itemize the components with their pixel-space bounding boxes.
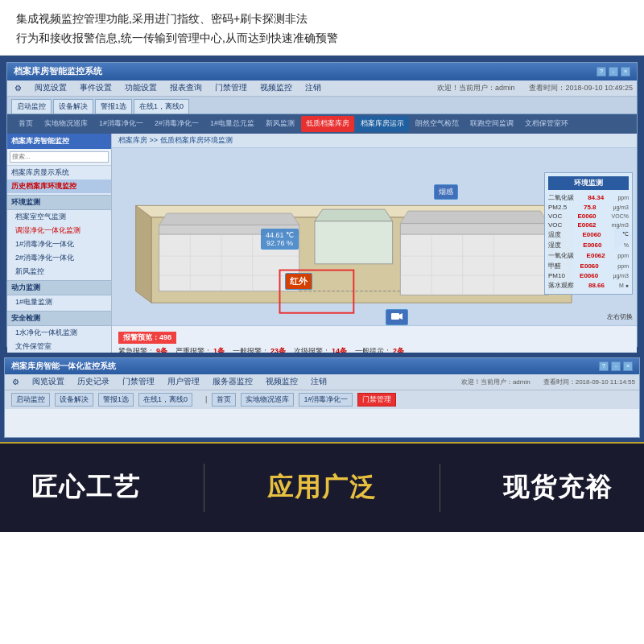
sidebar-item-air[interactable]: 档案室空气监测 [7, 210, 111, 224]
sensor-cam [386, 309, 408, 325]
menu-item-4[interactable]: 报表查询 [167, 82, 205, 93]
tab2-real[interactable]: 实地物况巡库 [241, 393, 294, 407]
top-nav-tabs-1: 首页 实地物况巡库 1#消毒净化一 2#消毒净化一 1#电量总元监 新风监测 低… [7, 114, 637, 134]
env-label-co2: 二氧化碳 [548, 193, 574, 202]
env-row-pm25: PM2.5 75.8 μg/m3 [548, 203, 629, 212]
nav-wind[interactable]: 新风监测 [261, 116, 299, 132]
minimize-btn[interactable]: - [609, 67, 618, 76]
sidebar-item-display[interactable]: 档案库房显示系统 [7, 166, 111, 180]
help-btn-2[interactable]: ? [599, 361, 609, 371]
sidebar-search-area [7, 149, 111, 166]
nav-doc-room[interactable]: 文档保管室环 [520, 116, 573, 132]
tab2-disinfect[interactable]: 1#消毒净化一 [299, 393, 353, 407]
env-label-temp: 温度 [548, 230, 561, 239]
close-btn[interactable]: × [621, 67, 630, 76]
tab2-device[interactable]: 设备解决 [55, 393, 93, 407]
menu-item-6[interactable]: 视频监控 [257, 82, 295, 93]
sidebar-item-water[interactable]: 1水净化一体机监测 [7, 326, 111, 340]
env-val-pm25: 75.8 [584, 204, 597, 211]
env-row-pm10: PM10 E0060 μg/m3 [548, 271, 629, 280]
menu2-gear-icon: ⚙ [9, 378, 23, 386]
datetime-2: 查看时间：2018-09-10 11:14:55 [543, 378, 635, 386]
sidebar-title-1: 档案库房智能监控 [7, 134, 111, 149]
footer-section: 匠心工艺 应用广泛 现货充裕 [0, 442, 644, 532]
env-label-voc1: VOC [548, 213, 562, 220]
nav-air[interactable]: 朗然空气检范 [411, 116, 464, 132]
sidebar-item-newwind[interactable]: 新风监控 [7, 265, 111, 279]
tab-device[interactable]: 设备解决 [53, 99, 93, 114]
env-unit-voc2: mg/m3 [612, 222, 629, 228]
minimize-btn-2[interactable]: - [611, 361, 621, 371]
nav-space[interactable]: 联跑空间监调 [465, 116, 518, 132]
env-val-pm10: E0060 [580, 272, 598, 279]
nav-home[interactable]: 首页 [14, 116, 38, 132]
content-area-1: 档案库房智能监控 档案库房显示系统 历史档案库环境监控 环境监测 档案室空气监测… [7, 134, 637, 353]
help-btn[interactable]: ? [597, 67, 606, 76]
window-controls: ? - × [597, 67, 630, 76]
menu-bar-2: ⚙ 阅览设置 历史记录 门禁管理 用户管理 服务器监控 视频监控 注销 欢迎！当… [5, 374, 639, 390]
system2-screenshot: 档案库房智能一体化监控系统 ? - × ⚙ 阅览设置 历史记录 门禁管理 用户管… [0, 353, 644, 442]
menu2-item-1[interactable]: 阅览设置 [29, 376, 68, 387]
tab2-home[interactable]: 首页 [212, 393, 236, 407]
tab2-online[interactable]: 在线1，离线0 [138, 393, 192, 407]
alarm-notice-label: 一般提示： [355, 346, 391, 353]
menu-item-2[interactable]: 事件设置 [76, 82, 115, 93]
env-val-voc1: E0060 [577, 213, 596, 220]
menu-item-5[interactable]: 门禁管理 [212, 82, 250, 93]
menu-item-logout[interactable]: 注销 [302, 82, 324, 93]
footer-divider-2 [440, 464, 440, 512]
sensor-ir: 红外 [285, 273, 312, 290]
window-controls-2: ? - × [599, 361, 633, 371]
nav-archive-low[interactable]: 低质档案库房 [301, 116, 354, 132]
sidebar-item-docroom[interactable]: 文件保管室 [7, 340, 111, 353]
alarm-panel: 报警预览：498 紧急报警： 9条 严重报警： 1条 一般报警： [112, 325, 637, 353]
sidebar-item-humid[interactable]: 调湿净化一体化监测 [7, 224, 111, 237]
close-btn-2[interactable]: × [623, 361, 633, 371]
menu2-item-2[interactable]: 历史记录 [74, 376, 113, 387]
env-val-voc2: E0062 [577, 221, 596, 229]
sidebar-item-power[interactable]: 1#电量监测 [7, 295, 111, 309]
alarm-urgent-count: 9条 [156, 346, 167, 353]
menu2-item-4[interactable]: 用户管理 [164, 376, 203, 387]
sidebar-item-dis2[interactable]: 2#消毒净化一体化 [7, 251, 111, 265]
env-val-co2: 84.34 [588, 194, 604, 201]
sidebar-item-history[interactable]: 历史档案库环境监控 [7, 180, 111, 193]
sidebar-section-security: 安全检测 [7, 311, 111, 326]
menu-item-1[interactable]: 阅览设置 [31, 82, 70, 93]
nav-archive-room[interactable]: 档案库房运示 [356, 116, 409, 132]
tab2-door[interactable]: 门禁管理 [357, 393, 396, 407]
menu-item-3[interactable]: 功能设置 [122, 82, 160, 93]
footer-divider-1 [204, 464, 204, 512]
alarm-general-count: 23条 [270, 346, 286, 353]
nav-disinfect2[interactable]: 2#消毒净化一 [150, 116, 204, 132]
nav-power[interactable]: 1#电量总元监 [205, 116, 259, 132]
menu2-item-3[interactable]: 门禁管理 [119, 376, 158, 387]
env-val-humid: E0060 [583, 242, 601, 249]
tab-start[interactable]: 启动监控 [11, 99, 52, 114]
alarm-title: 报警预览：498 [118, 328, 630, 346]
system1-window: 档案库房智能监控系统 ? - × ⚙ 阅览设置 事件设置 功能设置 报表查询 门… [6, 62, 638, 347]
tab-online[interactable]: 在线1，离线0 [134, 99, 189, 114]
alarm-secondary: 次级报警： 14条 [294, 346, 347, 353]
nav-real[interactable]: 实地物况巡库 [39, 116, 93, 132]
nav-label: 左右切换 [607, 312, 633, 321]
menu2-item-6[interactable]: 视频监控 [262, 376, 301, 387]
nav-disinfect1[interactable]: 1#消毒净化一 [94, 116, 148, 132]
svg-rect-19 [315, 221, 393, 263]
menu2-item-logout[interactable]: 注销 [308, 376, 330, 387]
footer-item-wide: 应用广泛 [267, 470, 377, 506]
env-row-voc2: VOC E0062 mg/m3 [548, 221, 629, 229]
menu2-item-5[interactable]: 服务器监控 [209, 376, 256, 387]
tab2-start[interactable]: 启动监控 [11, 393, 50, 407]
tab2-alarm[interactable]: 警报1选 [98, 393, 134, 407]
alarm-items-list: 紧急报警： 9条 严重报警： 1条 一般报警： 23条 次级报警： [118, 346, 630, 353]
sidebar-search-input[interactable] [10, 151, 109, 163]
footer-item-stock: 现货充裕 [503, 470, 613, 506]
title-bar-1: 档案库房智能监控系统 ? - × [7, 63, 637, 80]
tab-alarm[interactable]: 警报1选 [95, 99, 132, 114]
nav2-sep: | [205, 395, 207, 403]
env-panel-title: 环境监测 [548, 176, 629, 190]
sidebar-item-dis1[interactable]: 1#消毒净化一体化 [7, 237, 111, 251]
menu-bar-1: ⚙ 阅览设置 事件设置 功能设置 报表查询 门禁管理 视频监控 注销 欢迎！当前… [7, 80, 637, 97]
alarm-general-label: 一般报警： [233, 346, 269, 353]
